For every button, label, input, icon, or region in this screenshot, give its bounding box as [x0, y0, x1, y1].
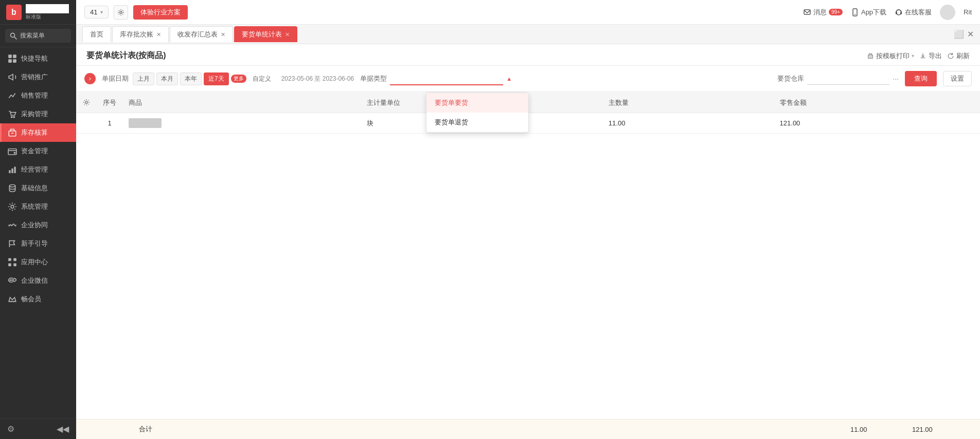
tab-receipt-summary[interactable]: 收发存汇总表 ✕: [170, 26, 233, 42]
svg-rect-12: [9, 170, 10, 173]
sidebar-item-operation[interactable]: 经营管理: [0, 160, 76, 179]
sidebar: b 畅捷通好生意 标准版 搜索菜单 快捷导航 营销推广 销售管理 采: [0, 0, 76, 439]
svg-rect-28: [853, 9, 857, 16]
tab-close-receipt-summary[interactable]: ✕: [221, 31, 225, 38]
settings-button-filter[interactable]: 设置: [943, 71, 972, 86]
main-content: 41 ▾ 体验行业方案 消息 99+ App下载 在线客服 Ri: [76, 0, 980, 439]
print-icon: [867, 52, 874, 60]
settings-button[interactable]: ⚙: [7, 424, 14, 434]
store-selector[interactable]: 41 ▾: [84, 6, 109, 19]
query-button[interactable]: 查询: [905, 71, 937, 86]
dropdown-item-order-return[interactable]: 要货单退货: [426, 113, 528, 132]
filter-expand-button[interactable]: ›: [84, 73, 96, 84]
svg-point-21: [9, 278, 14, 282]
row-amount-cell: 121.00: [774, 113, 980, 134]
online-service-action[interactable]: 在线客服: [895, 8, 932, 17]
svg-point-16: [11, 205, 14, 208]
gear-circle-icon: [8, 202, 17, 211]
tab-order-stats[interactable]: 要货单统计表 ✕: [234, 26, 297, 42]
custom-date-button[interactable]: 自定义: [248, 73, 275, 85]
sidebar-item-marketing[interactable]: 营销推广: [0, 68, 76, 86]
user-avatar[interactable]: [940, 5, 955, 20]
sidebar-item-system[interactable]: 系统管理: [0, 197, 76, 216]
svg-rect-27: [804, 10, 810, 14]
refresh-button[interactable]: 刷新: [947, 51, 970, 61]
page-header: 要货单统计表(按商品) 按模板打印 ▾ 导出 刷新: [76, 44, 980, 66]
svg-rect-14: [14, 167, 15, 173]
megaphone-icon: [8, 72, 17, 82]
date-btn-last-month[interactable]: 上月: [133, 72, 154, 85]
handshake-icon: [8, 221, 17, 230]
crown-icon: [8, 295, 17, 304]
box-icon: [8, 128, 17, 137]
date-btn-this-month[interactable]: 本月: [156, 72, 178, 85]
topbar-right: 消息 99+ App下载 在线客服 Rit: [803, 5, 972, 20]
tabs-bar: 首页 库存批次账 ✕ 收发存汇总表 ✕ 要货单统计表 ✕ ⬜ ✕: [76, 25, 980, 44]
app-download-action[interactable]: App下载: [851, 8, 886, 17]
flag-icon: [8, 239, 17, 248]
sidebar-item-wechat[interactable]: 企业微信: [0, 271, 76, 290]
sidebar-item-finance[interactable]: 资金管理: [0, 142, 76, 160]
date-range-display: 2023-05-06 至 2023-06-06: [281, 75, 354, 83]
wechat-icon: [8, 276, 17, 285]
svg-rect-5: [13, 59, 16, 63]
sidebar-item-enterprise[interactable]: 企业协同: [0, 216, 76, 234]
tab-inventory-batch[interactable]: 库存批次账 ✕: [112, 26, 169, 42]
svg-point-6: [11, 117, 12, 118]
sidebar-search-area[interactable]: 搜索菜单: [0, 25, 76, 47]
svg-point-22: [10, 280, 11, 281]
apps-icon: [8, 258, 17, 267]
date-btn-this-year[interactable]: 本年: [180, 72, 202, 85]
footer-quantity: 11.00: [850, 426, 912, 433]
sidebar-item-guide[interactable]: 新手引导: [0, 234, 76, 253]
topbar-gear-button[interactable]: [114, 5, 128, 20]
print-button[interactable]: 按模板打印 ▾: [867, 51, 914, 61]
sidebar-item-quick-nav[interactable]: 快捷导航: [0, 49, 76, 68]
sidebar-item-basic[interactable]: 基础信息: [0, 179, 76, 197]
sidebar-item-app-center[interactable]: 应用中心: [0, 253, 76, 271]
tab-close-order-stats[interactable]: ✕: [285, 31, 290, 38]
type-dropdown-chevron-icon[interactable]: ▲: [506, 76, 512, 82]
tab-close-inventory-batch[interactable]: ✕: [156, 31, 161, 38]
topbar: 41 ▾ 体验行业方案 消息 99+ App下载 在线客服 Ri: [76, 0, 980, 25]
svg-rect-19: [8, 263, 11, 266]
col-header-quantity: 主数量: [602, 93, 774, 113]
user-name: Rit: [964, 8, 972, 16]
date-btn-7days[interactable]: 近7天: [204, 72, 229, 85]
logo-text: 畅捷通好生意 标准版: [26, 4, 69, 20]
svg-point-11: [14, 152, 15, 153]
print-chevron-icon: ▾: [912, 53, 914, 59]
sidebar-item-inventory[interactable]: 库存核算: [0, 123, 76, 142]
data-table-container: 序号 商品 主计量单位 主数量 零售金额 1 块: [76, 93, 980, 419]
sidebar-item-sales[interactable]: 销售管理: [0, 86, 76, 105]
topbar-left: 41 ▾ 体验行业方案: [84, 5, 188, 20]
svg-point-0: [11, 33, 15, 37]
warehouse-filter-input[interactable]: [807, 72, 889, 85]
tab-home[interactable]: 首页: [82, 26, 111, 42]
svg-line-1: [14, 37, 16, 39]
col-header-settings[interactable]: [76, 93, 97, 113]
tab-maximize-button[interactable]: ⬜: [954, 29, 964, 39]
trial-button[interactable]: 体验行业方案: [133, 5, 188, 20]
sidebar-item-purchase[interactable]: 采购管理: [0, 105, 76, 123]
dropdown-item-order-goods[interactable]: 要货单要货: [426, 93, 528, 113]
type-filter-input[interactable]: [390, 72, 503, 85]
svg-point-26: [120, 11, 122, 13]
footer-amount: 121.00: [912, 426, 974, 433]
search-menu-button[interactable]: 搜索菜单: [5, 29, 71, 43]
more-filters-button[interactable]: ···: [893, 75, 899, 83]
svg-marker-24: [9, 298, 16, 302]
warehouse-filter-group: 要货仓库 ···: [777, 72, 899, 85]
sidebar-footer: ⚙ ◀◀: [0, 418, 76, 439]
grid-icon: [8, 54, 17, 63]
export-button[interactable]: 导出: [919, 51, 942, 61]
col-header-amount: 零售金额: [774, 93, 980, 113]
collapse-button[interactable]: ◀◀: [57, 424, 69, 434]
sidebar-item-member[interactable]: 畅会员: [0, 290, 76, 308]
gear-icon: [117, 9, 124, 16]
message-action[interactable]: 消息 99+: [803, 8, 843, 17]
svg-rect-20: [13, 263, 16, 266]
svg-rect-2: [8, 54, 12, 58]
tab-close-all-button[interactable]: ✕: [967, 29, 974, 39]
mobile-icon: [851, 8, 859, 16]
